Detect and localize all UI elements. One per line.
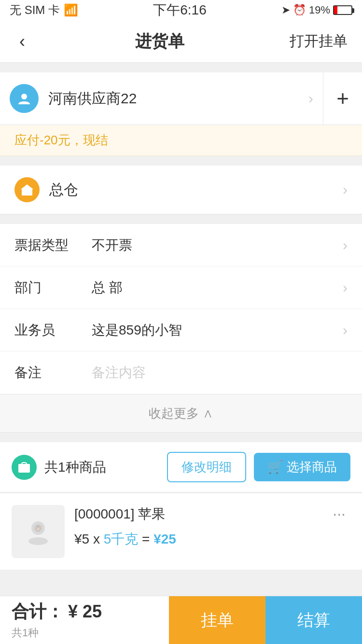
total-price: ¥25 [153, 532, 176, 546]
product-name: [0000001] 苹果 [74, 505, 328, 523]
bottom-bar: 合计： ¥ 25 共1种 挂单 结算 [0, 596, 362, 644]
remark-label: 备注 [14, 364, 92, 382]
department-row[interactable]: 部门 总 部 › [0, 266, 362, 309]
supplier-section: 河南供应商22 › + [0, 72, 362, 125]
select-product-button[interactable]: 🛒 选择商品 [254, 453, 350, 481]
invoice-chevron-icon: › [343, 237, 348, 253]
total-section: 合计： ¥ 25 共1种 [0, 596, 169, 644]
cart-icon: 🛒 [267, 460, 283, 475]
svg-rect-1 [22, 189, 32, 196]
warehouse-name: 总仓 [49, 180, 338, 200]
total-value: ¥ 25 [68, 602, 102, 621]
department-label: 部门 [14, 279, 92, 297]
nav-bar: ‹ 进货单 打开挂单 [0, 20, 362, 63]
product-thumbnail: 🦉 [12, 505, 65, 558]
svg-point-4 [28, 537, 48, 545]
salesperson-row[interactable]: 业务员 这是859的小智 › [0, 309, 362, 351]
status-bar: 无 SIM 卡 📶 下午6:16 ➤ ⏰ 19% [0, 0, 362, 20]
product-count: 共1种商品 [44, 458, 167, 476]
alarm-icon: ⏰ [293, 4, 306, 16]
hang-order-button[interactable]: 挂单 [169, 596, 265, 644]
collapse-label: 收起更多 ∧ [149, 405, 213, 422]
remark-row[interactable]: 备注 备注内容 [0, 351, 362, 394]
more-options-button[interactable]: ··· [328, 505, 350, 523]
back-button[interactable]: ‹ [14, 27, 30, 56]
total-count: 共1种 [12, 626, 157, 640]
open-pending-button[interactable]: 打开挂单 [290, 31, 348, 51]
section-gap-1 [0, 63, 362, 72]
svg-point-0 [21, 94, 27, 99]
add-supplier-button[interactable]: + [323, 72, 362, 125]
status-time: 下午6:16 [153, 1, 207, 19]
wifi-icon: 📶 [64, 3, 78, 17]
notice-bar: 应付-20元，现结 [0, 125, 362, 156]
quantity: 5千克 [104, 532, 139, 546]
product-icon [12, 455, 37, 480]
location-icon: ➤ [281, 4, 290, 16]
collapse-button[interactable]: 收起更多 ∧ [0, 394, 362, 433]
supplier-name: 河南供应商22 [48, 89, 304, 109]
notice-text: 应付-20元，现结 [14, 133, 108, 147]
product-info: [0000001] 苹果 ¥5 x 5千克 = ¥25 [74, 505, 328, 548]
warehouse-section: 总仓 › [0, 166, 362, 214]
svg-text:🦉: 🦉 [35, 525, 42, 532]
carrier-text: 无 SIM 卡 [10, 2, 60, 18]
unit-price: ¥5 x [74, 532, 104, 546]
invoice-type-label: 票据类型 [14, 236, 92, 254]
department-chevron-icon: › [343, 280, 348, 296]
warehouse-icon [14, 177, 40, 202]
invoice-type-value: 不开票 [92, 236, 338, 254]
total-label: 合计： [12, 602, 64, 621]
product-code: [0000001] [74, 506, 138, 521]
status-right: ➤ ⏰ 19% [281, 4, 352, 16]
edit-detail-button[interactable]: 修改明细 [167, 452, 246, 482]
status-carrier: 无 SIM 卡 📶 [10, 2, 78, 18]
salesperson-label: 业务员 [14, 321, 92, 339]
product-title: 苹果 [138, 506, 165, 521]
warehouse-chevron-icon: › [343, 182, 348, 198]
product-card: 🦉 [0000001] 苹果 ¥5 x 5千克 = ¥25 ··· [0, 493, 362, 570]
chevron-right-icon: › [308, 90, 313, 107]
checkout-button[interactable]: 结算 [265, 596, 362, 644]
equals-sign: = [142, 532, 153, 546]
select-product-label: 选择商品 [287, 459, 337, 476]
total-amount: 合计： ¥ 25 [12, 600, 157, 624]
remark-input[interactable]: 备注内容 [92, 364, 348, 382]
salesperson-chevron-icon: › [343, 322, 348, 338]
section-gap-3 [0, 214, 362, 224]
supplier-avatar [10, 84, 39, 113]
battery-icon [333, 5, 352, 15]
product-header: 共1种商品 修改明细 🛒 选择商品 [0, 442, 362, 492]
salesperson-value: 这是859的小智 [92, 321, 338, 339]
invoice-type-row[interactable]: 票据类型 不开票 › [0, 224, 362, 266]
warehouse-row[interactable]: 总仓 › [0, 166, 362, 214]
supplier-row[interactable]: 河南供应商22 › [0, 72, 323, 125]
department-value: 总 部 [92, 279, 338, 297]
product-price: ¥5 x 5千克 = ¥25 [74, 530, 328, 548]
svg-rect-2 [18, 464, 30, 473]
battery-percent: 19% [309, 4, 330, 16]
section-gap-2 [0, 156, 362, 166]
page-title: 进货单 [135, 30, 184, 53]
form-section: 票据类型 不开票 › 部门 总 部 › 业务员 这是859的小智 › 备注 备注… [0, 224, 362, 394]
